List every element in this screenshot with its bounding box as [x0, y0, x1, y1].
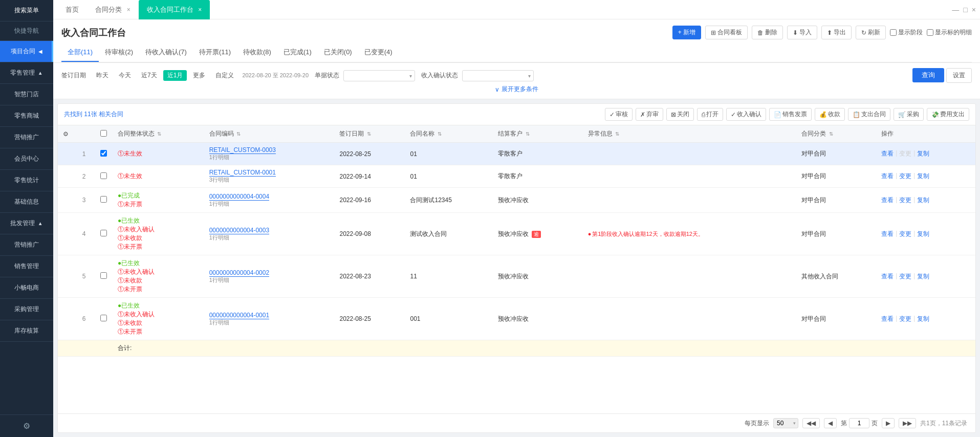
cell-check[interactable] [94, 165, 113, 188]
action-查看[interactable]: 查看 [881, 272, 894, 281]
sidebar-item-inventory[interactable]: 库存核算 [0, 320, 53, 342]
page-size-select[interactable]: 50 10 20 100 [773, 418, 798, 428]
last-page-btn[interactable]: ▶▶ [899, 418, 916, 428]
date-btn-yesterday[interactable]: 昨天 [92, 70, 113, 81]
new-button[interactable]: + 新增 [672, 26, 701, 39]
filter-tab-pending-collect[interactable]: 待收款(8) [237, 43, 277, 62]
next-page-btn[interactable]: ▶ [882, 418, 895, 428]
th-contract-name[interactable]: 合同名称 ⇅ [405, 125, 493, 143]
row-checkbox[interactable] [100, 172, 107, 179]
audit-btn[interactable]: ✓ 审核 [605, 108, 633, 121]
sidebar-item-smart-store[interactable]: 智慧门店 [0, 84, 53, 105]
action-查看[interactable]: 查看 [881, 230, 894, 238]
tab-close-income-workbench[interactable]: × [198, 6, 202, 13]
th-settlement-customer[interactable]: 结算客户 ⇅ [493, 125, 582, 143]
sidebar-item-retail[interactable]: 零售管理 ▲ [0, 62, 53, 84]
action-查看[interactable]: 查看 [881, 315, 894, 323]
action-复制[interactable]: 复制 [917, 149, 929, 158]
filter-tab-pending-invoice[interactable]: 待开票(11) [193, 43, 237, 62]
show-stage-label[interactable]: 显示阶段 [890, 28, 923, 37]
sidebar-item-member[interactable]: 会员中心 [0, 148, 53, 170]
sidebar-item-basic-info[interactable]: 基础信息 [0, 191, 53, 213]
contract-code-link[interactable]: 0000000000004-0003 [209, 227, 269, 234]
row-checkbox[interactable] [100, 315, 107, 321]
sidebar-search[interactable]: 搜索菜单 [0, 0, 53, 21]
action-变更[interactable]: 变更 [899, 230, 911, 238]
th-contract-code[interactable]: 合同编码 ⇅ [204, 125, 335, 143]
sidebar-item-sales[interactable]: 销售管理 [0, 256, 53, 277]
show-stage-checkbox[interactable] [890, 29, 897, 36]
first-page-btn[interactable]: ◀◀ [802, 418, 820, 428]
filter-tab-closed[interactable]: 已关闭(0) [318, 43, 358, 62]
show-detail-label[interactable]: 显示标的明细 [927, 28, 972, 37]
contract-code-link[interactable]: 0000000000004-0001 [209, 312, 269, 319]
action-复制[interactable]: 复制 [917, 230, 929, 238]
contract-code-link[interactable]: 0000000000004-0002 [209, 269, 269, 277]
contract-code-link[interactable]: 0000000000004-0004 [209, 193, 269, 201]
date-btn-more[interactable]: 更多 [189, 70, 209, 81]
cell-check[interactable] [94, 143, 113, 165]
tab-income-workbench[interactable]: 收入合同工作台 × [139, 0, 210, 19]
action-查看[interactable]: 查看 [881, 196, 894, 205]
date-btn-last7[interactable]: 近7天 [137, 70, 161, 81]
window-maximize-btn[interactable]: □ [963, 6, 967, 14]
th-contract-status[interactable]: 合同整体状态 ⇅ [113, 125, 204, 143]
cell-check[interactable] [94, 298, 113, 340]
out-contract-btn[interactable]: 📋 支出合同 [848, 108, 890, 121]
action-复制[interactable]: 复制 [917, 272, 929, 281]
window-close-btn[interactable]: × [972, 6, 976, 14]
contract-code-link[interactable]: RETAIL_CUSTOM-0003 [209, 146, 276, 154]
purchase-btn[interactable]: 🛒 采购 [894, 108, 924, 121]
action-复制[interactable]: 复制 [917, 315, 929, 323]
row-checkbox[interactable] [100, 196, 107, 203]
th-check[interactable] [94, 125, 113, 143]
action-复制[interactable]: 复制 [917, 172, 929, 181]
income-confirm-select[interactable] [462, 70, 534, 81]
th-settings[interactable]: ⚙ [58, 125, 74, 143]
date-btn-today[interactable]: 今天 [115, 70, 135, 81]
collect-btn[interactable]: 💰 收款 [815, 108, 845, 121]
cell-check[interactable] [94, 255, 113, 298]
action-变更[interactable]: 变更 [899, 149, 911, 158]
contract-panel-button[interactable]: ⊞ 合同看板 [705, 26, 748, 39]
close-btn[interactable]: ⊠ 关闭 [666, 108, 694, 121]
doc-status-select[interactable] [343, 70, 415, 81]
th-contract-category[interactable]: 合同分类 ⇅ [796, 125, 876, 143]
date-btn-custom[interactable]: 自定义 [211, 70, 238, 81]
sidebar-item-marketing2[interactable]: 营销推广 [0, 234, 53, 256]
refresh-button[interactable]: ↻ 刷新 [856, 26, 886, 39]
show-detail-checkbox[interactable] [927, 29, 933, 36]
income-confirm-btn[interactable]: ✓ 收入确认 [726, 108, 766, 121]
sales-invoice-btn[interactable]: 📄 销售发票 [769, 108, 812, 121]
sidebar-item-ecommerce[interactable]: 小畅电商 [0, 277, 53, 299]
print-btn[interactable]: ⎙ 打开 [697, 108, 723, 121]
import-button[interactable]: ⬇ 导入 [787, 26, 817, 39]
expand-more-btn[interactable]: ∨ 展开更多条件 [61, 85, 972, 94]
sidebar-settings[interactable]: ⚙ [0, 414, 53, 437]
tab-home[interactable]: 首页 [57, 0, 87, 19]
expense-out-btn[interactable]: 💸 费用支出 [927, 108, 969, 121]
action-变更[interactable]: 变更 [899, 172, 911, 181]
prev-page-btn[interactable]: ◀ [824, 418, 837, 428]
abandon-btn[interactable]: ✗ 弃审 [636, 108, 663, 121]
query-button[interactable]: 查询 [912, 68, 944, 82]
sidebar-item-retail-stats[interactable]: 零售统计 [0, 170, 53, 191]
tab-contract-category[interactable]: 合同分类 × [87, 0, 139, 19]
action-复制[interactable]: 复制 [917, 196, 929, 205]
filter-tab-all[interactable]: 全部(11) [61, 43, 99, 62]
sidebar-item-purchase[interactable]: 采购管理 [0, 299, 53, 320]
cell-check[interactable] [94, 188, 113, 213]
action-变更[interactable]: 变更 [899, 315, 911, 323]
filter-tab-completed[interactable]: 已完成(1) [277, 43, 318, 62]
filter-setting-button[interactable]: 设置 [946, 68, 972, 83]
page-input[interactable] [849, 418, 869, 428]
row-checkbox[interactable] [100, 272, 107, 279]
filter-tab-pending-review[interactable]: 待审核(2) [99, 43, 139, 62]
sidebar-item-wholesale[interactable]: 批发管理 ▲ [0, 213, 53, 234]
th-abnormal-info[interactable]: 异常信息 ⇅ [583, 125, 797, 143]
action-查看[interactable]: 查看 [881, 149, 894, 158]
action-查看[interactable]: 查看 [881, 172, 894, 181]
date-btn-last1month[interactable]: 近1月 [163, 70, 187, 81]
delete-button[interactable]: 🗑 删除 [752, 26, 783, 39]
sidebar-item-project[interactable]: 项目合同 ◀ [0, 41, 53, 62]
